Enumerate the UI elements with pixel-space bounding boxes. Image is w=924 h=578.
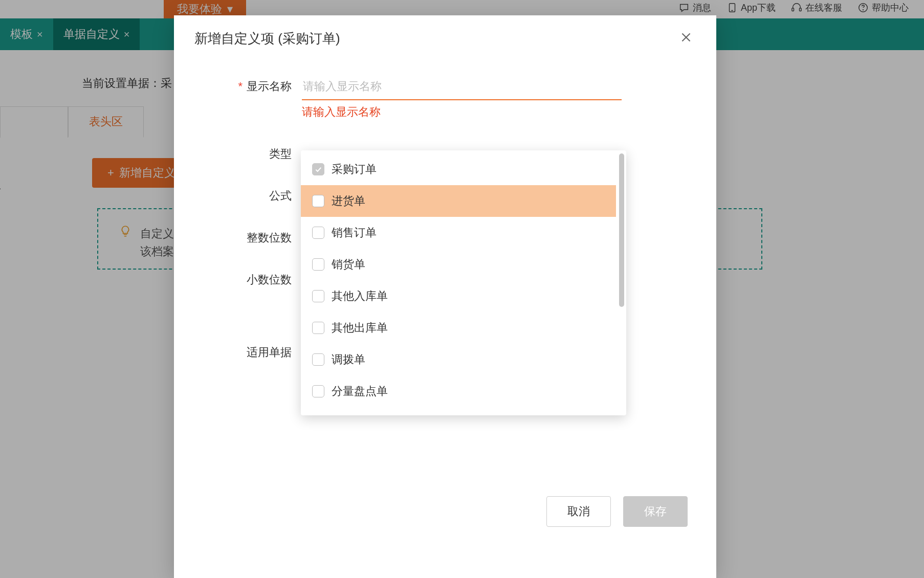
dropdown-option-label: 进货单 — [332, 193, 365, 209]
modal-footer: 取消 保存 — [546, 496, 688, 527]
dropdown-option[interactable]: 其他入库单 — [301, 280, 616, 312]
scrollbar-thumb[interactable] — [619, 153, 624, 307]
dropdown-option[interactable]: 销货单 — [301, 249, 616, 280]
checkbox[interactable] — [312, 163, 324, 175]
dropdown-option[interactable]: 调拨单 — [301, 344, 616, 375]
label-display-name: *显示名称 — [194, 77, 302, 94]
row-display-name: *显示名称 请输入显示名称 — [194, 77, 696, 120]
cancel-button[interactable]: 取消 — [546, 496, 611, 527]
dropdown-option-label: 销货单 — [332, 257, 365, 272]
dropdown-option-label: 调拨单 — [332, 352, 365, 367]
checkbox[interactable] — [312, 290, 324, 302]
checkbox[interactable] — [312, 258, 324, 271]
add-custom-item-modal: 新增自定义项 (采购订单) *显示名称 请输入显示名称 类型 公式 整数位数 — [174, 15, 716, 578]
dropdown-option[interactable]: 进货单 — [301, 185, 616, 217]
modal-header: 新增自定义项 (采购订单) — [174, 15, 716, 61]
close-icon — [679, 31, 693, 44]
label-type: 类型 — [194, 144, 302, 162]
save-button[interactable]: 保存 — [623, 496, 688, 527]
cancel-button-label: 取消 — [567, 505, 590, 518]
checkbox[interactable] — [312, 385, 324, 397]
checkbox[interactable] — [312, 353, 324, 366]
dropdown-option[interactable]: 销售订单 — [301, 217, 616, 249]
dropdown-option-label: 其他出库单 — [332, 320, 388, 336]
save-button-label: 保存 — [644, 505, 667, 518]
modal-title: 新增自定义项 (采购订单) — [194, 30, 340, 48]
dropdown-option-label: 销售订单 — [332, 225, 377, 240]
dropdown-option[interactable]: 其他出库单 — [301, 312, 616, 344]
required-asterisk: * — [238, 80, 243, 93]
dropdown-option-label: 分量盘点单 — [332, 384, 388, 399]
dropdown-list: 采购订单进货单销售订单销货单其他入库单其他出库单调拨单分量盘点单 — [301, 150, 616, 415]
dropdown-option-label: 其他入库单 — [332, 288, 388, 304]
checkbox[interactable] — [312, 195, 324, 207]
display-name-input[interactable] — [302, 77, 622, 100]
label-decimal-digits: 小数位数 — [194, 270, 302, 287]
dropdown-option[interactable]: 分量盘点单 — [301, 375, 616, 407]
label-apply-bill: 适用单据 — [194, 343, 302, 360]
dropdown-option-label: 采购订单 — [332, 162, 377, 177]
label-formula: 公式 — [194, 186, 302, 204]
modal-close-button[interactable] — [676, 28, 696, 49]
scrollbar-track[interactable] — [616, 150, 626, 415]
label-integer-digits: 整数位数 — [194, 228, 302, 246]
checkbox[interactable] — [312, 322, 324, 334]
dropdown-option[interactable]: 采购订单 — [301, 153, 616, 185]
checkbox[interactable] — [312, 227, 324, 239]
display-name-error: 请输入显示名称 — [302, 104, 696, 120]
apply-bill-dropdown: 采购订单进货单销售订单销货单其他入库单其他出库单调拨单分量盘点单 — [301, 150, 626, 415]
